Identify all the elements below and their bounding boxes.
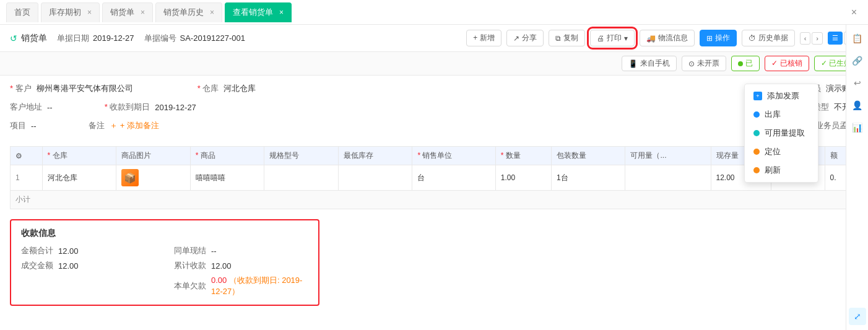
invoice-status-button[interactable]: ⊙ 未开票 xyxy=(682,56,726,71)
project-field: 项目 -- xyxy=(10,120,37,131)
print-icon: 🖨 xyxy=(597,34,604,43)
payment-balance: 本单欠款 0.00 （收款到期日: 2019-12-27） xyxy=(174,275,308,297)
col-available: 可用量（... xyxy=(625,147,711,165)
sidebar-icon-expand[interactable]: ⤢ xyxy=(849,308,866,325)
form-row-1: 客户 柳州粤港平安气体有限公司 仓库 河北仓库 业务员 演示账号 xyxy=(10,83,858,94)
sidebar-icon-user[interactable]: 👤 xyxy=(849,97,866,114)
available-qty-label: 可用量提取 xyxy=(765,128,805,139)
share-button[interactable]: ↗ 分享 xyxy=(506,30,544,46)
add-note-button[interactable]: ＋ + 添加备注 xyxy=(110,120,159,131)
sidebar-icon-doc[interactable]: 📋 xyxy=(849,30,866,47)
check-icon2: ✓ xyxy=(821,59,827,67)
history-button[interactable]: ⏱ 历史单据 xyxy=(742,30,795,46)
prev-arrow[interactable]: ‹ xyxy=(800,32,811,45)
product-table: ⚙ 仓库 商品图片 商品 规格型号 最低库存 销售单位 数量 包装数量 可用量（… xyxy=(10,146,858,209)
tab-sales-order-close[interactable]: × xyxy=(141,8,145,17)
payment-cumulative-label: 累计收款 xyxy=(174,260,206,271)
list-view-button[interactable]: ☰ xyxy=(828,32,843,45)
warehouse-label: 仓库 xyxy=(197,83,219,94)
doc-header: ↺ 销货单 单据日期 2019-12-27 单据编号 SA-20191227-0… xyxy=(0,25,868,52)
confirm-button[interactable]: 已 xyxy=(731,56,760,71)
tab-view-sales[interactable]: 查看销货单 × xyxy=(225,2,292,22)
sidebar-icon-return[interactable]: ↩ xyxy=(849,74,866,92)
due-date-label: 收款到期日 xyxy=(105,102,150,113)
operation-button[interactable]: ⊞ 操作 xyxy=(700,30,737,46)
refresh-label: 刷新 xyxy=(765,165,781,176)
col-quantity: 数量 xyxy=(495,147,551,165)
history-icon: ⏱ xyxy=(749,34,756,43)
tab-sales-order[interactable]: 销货单 × xyxy=(102,2,153,22)
cancelled-status-button[interactable]: ✓ 已核销 xyxy=(765,56,809,71)
payment-settlement-value: -- xyxy=(211,246,217,256)
dropdown-outbound[interactable]: 出库 xyxy=(745,105,818,124)
new-button[interactable]: + 新增 xyxy=(466,30,501,46)
refresh-icon xyxy=(753,167,760,173)
dropdown-refresh[interactable]: 刷新 xyxy=(745,161,818,180)
row-product: 嘻嘻嘻嘻 xyxy=(190,165,264,191)
window-close-button[interactable]: × xyxy=(846,7,862,18)
print-dropdown-arrow: ▾ xyxy=(624,34,628,43)
nav-arrows: ‹ › xyxy=(800,32,823,45)
warehouse-field: 仓库 河北仓库 xyxy=(197,83,256,94)
payment-total-value: 12.00 xyxy=(58,246,79,256)
row-pack-qty: 1台 xyxy=(551,165,625,191)
payment-info-box: 收款信息 金额合计 12.00 同单现结 -- 成交金额 12.00 累计收款 … xyxy=(10,219,319,306)
doc-number-value: SA-20191227-001 xyxy=(180,33,246,43)
form-row-3: 项目 -- 备注 ＋ + 添加备注 * 业务员孟 -- xyxy=(10,120,858,131)
payment-balance-value: 0.00 （收款到期日: 2019-12-27） xyxy=(211,275,308,297)
row-num: 1 xyxy=(11,165,43,191)
form-section: 客户 柳州粤港平安气体有限公司 仓库 河北仓库 业务员 演示账号 客户地址 -- xyxy=(0,76,868,146)
logistics-button[interactable]: 🚚 物流信息 xyxy=(640,30,695,46)
note-label: 备注 xyxy=(89,120,105,131)
mobile-button[interactable]: 📱 来自手机 xyxy=(622,56,677,71)
share-icon: ↗ xyxy=(513,34,519,43)
payment-settlement: 同单现结 -- xyxy=(174,245,308,256)
payment-title: 收款信息 xyxy=(21,228,308,239)
dropdown-available-qty[interactable]: 可用量提取 xyxy=(745,124,818,142)
tab-sales-history-close[interactable]: × xyxy=(210,8,214,17)
tab-sales-history[interactable]: 销货单历史 × xyxy=(155,2,222,22)
project-value: -- xyxy=(31,121,37,131)
tab-view-sales-close[interactable]: × xyxy=(279,8,284,17)
row-warehouse: 河北仓库 xyxy=(42,165,116,191)
warehouse-value: 河北仓库 xyxy=(224,83,256,94)
available-qty-icon xyxy=(753,130,760,136)
dropdown-add-invoice[interactable]: + 添加发票 xyxy=(745,87,818,105)
payment-settlement-label: 同单现结 xyxy=(174,245,206,256)
tab-view-sales-label: 查看销货单 xyxy=(233,7,273,18)
locate-label: 定位 xyxy=(765,146,781,157)
due-date-field: 收款到期日 2019-12-27 xyxy=(105,102,196,113)
next-arrow[interactable]: › xyxy=(812,32,823,45)
tab-sales-history-label: 销货单历史 xyxy=(163,7,204,18)
payment-cumulative-value: 12.00 xyxy=(211,261,232,271)
form-row-2: 客户地址 -- 收款到期日 2019-12-27 票据类型 不开票 xyxy=(10,102,858,113)
dropdown-locate[interactable]: 定位 xyxy=(745,142,818,161)
col-sales-unit: 销售单位 xyxy=(412,147,495,165)
col-product-img: 商品图片 xyxy=(116,147,191,165)
customer-label: 客户 xyxy=(10,83,32,94)
doc-date-label: 单据日期 2019-12-27 xyxy=(57,33,134,44)
due-date-value: 2019-12-27 xyxy=(155,103,196,112)
copy-button[interactable]: ⧉ 复制 xyxy=(549,30,585,46)
tab-inventory-init-label: 库存期初 xyxy=(49,7,81,18)
col-spec: 规格型号 xyxy=(264,147,339,165)
tab-home[interactable]: 首页 xyxy=(6,2,38,22)
table-row: 1 河北仓库 📦 嘻嘻嘻嘻 台 1.00 1台 12.00 12.00 xyxy=(11,165,858,191)
product-image: 📦 xyxy=(121,169,139,186)
row-sales-unit: 台 xyxy=(412,165,495,191)
doc-type-title: ↺ 销货单 xyxy=(10,33,47,44)
note-field: 备注 ＋ + 添加备注 xyxy=(89,120,159,131)
grid-icon: ⊞ xyxy=(706,34,713,43)
sidebar-icon-chart[interactable]: 📊 xyxy=(849,119,866,136)
tab-inventory-init-close[interactable]: × xyxy=(87,8,92,17)
print-button[interactable]: 🖨 打印 ▾ xyxy=(590,30,635,46)
customer-field: 客户 柳州粤港平安气体有限公司 xyxy=(10,83,133,94)
operation-dropdown: + 添加发票 出库 可用量提取 定位 刷新 xyxy=(744,84,818,183)
sidebar-icon-link[interactable]: 🔗 xyxy=(849,52,866,69)
check-icon: ✓ xyxy=(771,59,778,67)
doc-type-icon: ↺ xyxy=(10,33,17,43)
payment-transaction: 成交金额 12.00 xyxy=(21,260,155,271)
col-warehouse: 仓库 xyxy=(42,147,116,165)
tab-inventory-init[interactable]: 库存期初 × xyxy=(41,2,100,22)
outbound-label: 出库 xyxy=(765,109,781,120)
